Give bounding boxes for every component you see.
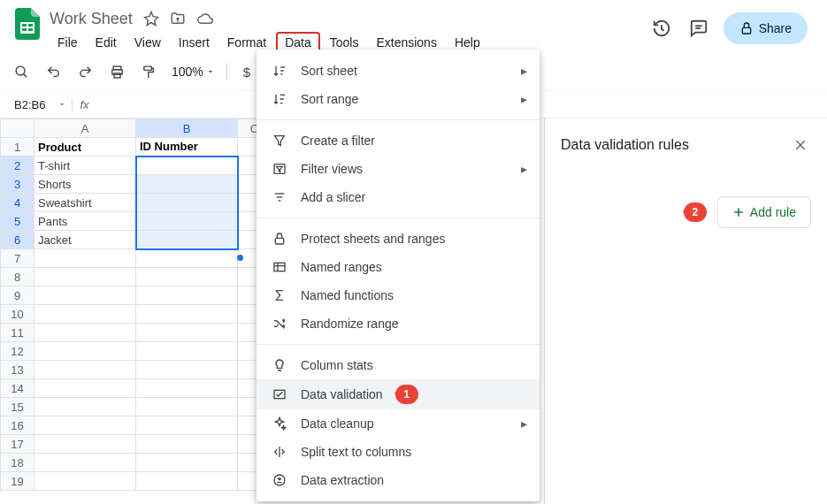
cell[interactable] (136, 472, 238, 491)
cell[interactable] (136, 157, 238, 175)
menu-sort-sheet[interactable]: Sort sheet ▸ (257, 57, 540, 85)
chevron-right-icon: ▸ (521, 162, 527, 176)
menu-add-slicer[interactable]: Add a slicer (257, 183, 540, 211)
row-header[interactable]: 2 (1, 157, 34, 175)
row-header[interactable]: 3 (1, 175, 34, 194)
cell[interactable] (136, 286, 238, 305)
menu-data-extraction[interactable]: Data extraction (257, 466, 540, 494)
row-header[interactable]: 8 (1, 268, 34, 286)
menu-column-stats[interactable]: Column stats (257, 351, 540, 379)
cell[interactable] (34, 435, 136, 454)
cell[interactable]: Shorts (34, 175, 136, 194)
row-header[interactable]: 14 (1, 379, 34, 398)
cell[interactable] (34, 324, 136, 342)
cell[interactable] (136, 249, 238, 268)
cell[interactable] (136, 379, 238, 398)
menu-split-text[interactable]: Split text to columns (257, 438, 540, 466)
cell[interactable] (136, 416, 238, 435)
cell[interactable] (34, 286, 136, 305)
history-icon[interactable] (649, 16, 674, 41)
select-all-corner[interactable] (1, 119, 34, 138)
name-box[interactable]: B2:B6 (7, 96, 52, 113)
menu-filter-views[interactable]: Filter views ▸ (257, 155, 540, 183)
row-header[interactable]: 9 (1, 286, 34, 305)
menu-randomize-range[interactable]: Randomize range (257, 309, 540, 338)
cell[interactable]: Jacket (34, 231, 136, 249)
move-folder-icon[interactable] (170, 11, 186, 27)
cell[interactable] (34, 305, 136, 324)
cell[interactable] (34, 379, 136, 398)
cell[interactable] (136, 212, 238, 231)
search-icon[interactable] (9, 60, 34, 83)
menu-named-ranges[interactable]: Named ranges (257, 253, 540, 281)
col-header-a[interactable]: A (34, 119, 136, 138)
cell[interactable] (34, 342, 136, 361)
cell[interactable] (136, 361, 238, 379)
cell[interactable] (136, 398, 238, 416)
cell[interactable] (136, 231, 238, 249)
cell[interactable] (136, 454, 238, 472)
share-button[interactable]: Share (724, 12, 808, 44)
undo-icon[interactable] (41, 60, 65, 83)
cell[interactable]: ID Number (136, 138, 238, 157)
row-header[interactable]: 1 (1, 138, 34, 157)
row-header[interactable]: 17 (1, 435, 34, 454)
zoom-dropdown[interactable]: 100% (168, 65, 219, 79)
menu-protect-sheets[interactable]: Protect sheets and ranges (257, 225, 540, 253)
redo-icon[interactable] (73, 60, 97, 83)
menu-data-validation[interactable]: Data validation 1 (257, 379, 540, 409)
cell[interactable]: Pants (34, 212, 136, 231)
cell[interactable]: Product (34, 138, 136, 157)
row-header[interactable]: 11 (1, 324, 34, 342)
row-header[interactable]: 6 (1, 231, 34, 249)
cell[interactable] (136, 324, 238, 342)
cell[interactable] (136, 175, 238, 194)
star-icon[interactable] (143, 11, 159, 27)
currency-format-button[interactable]: $ (234, 60, 259, 83)
chevron-down-icon[interactable] (57, 100, 66, 109)
cell[interactable] (34, 454, 136, 472)
sheets-logo[interactable] (11, 7, 44, 41)
row-header[interactable]: 15 (1, 398, 34, 416)
cell[interactable] (34, 416, 136, 435)
cell[interactable] (136, 268, 238, 286)
cell[interactable]: Sweatshirt (34, 194, 136, 212)
row-header[interactable]: 19 (1, 472, 34, 491)
print-icon[interactable] (104, 60, 129, 83)
col-header-b[interactable]: B (136, 119, 238, 138)
cloud-status-icon[interactable] (196, 11, 214, 27)
menu-named-functions[interactable]: Named functions (257, 281, 540, 309)
comments-icon[interactable] (686, 16, 711, 41)
menu-data-cleanup[interactable]: Data cleanup ▸ (257, 409, 540, 438)
cell[interactable]: T-shirt (34, 157, 136, 175)
menu-file[interactable]: File (50, 32, 86, 53)
menu-sort-range[interactable]: Sort range ▸ (257, 85, 540, 113)
cell[interactable] (136, 194, 238, 212)
row-header[interactable]: 18 (1, 454, 34, 472)
menu-edit[interactable]: Edit (88, 32, 125, 53)
cell[interactable] (136, 342, 238, 361)
selection-handle[interactable] (237, 255, 243, 261)
cell[interactable] (34, 268, 136, 286)
row-header[interactable]: 7 (1, 249, 34, 268)
cell[interactable] (34, 361, 136, 379)
cell[interactable] (136, 435, 238, 454)
row-header[interactable]: 10 (1, 305, 34, 324)
cell[interactable] (136, 305, 238, 324)
menu-view[interactable]: View (126, 32, 169, 53)
close-icon[interactable] (790, 134, 811, 156)
spreadsheet-grid[interactable]: A B C 1ProductID Number 2T-shirt 3Shorts… (0, 118, 272, 491)
add-rule-button[interactable]: Add rule (717, 196, 811, 228)
cell[interactable] (34, 249, 136, 268)
cell[interactable] (34, 398, 136, 416)
document-title[interactable]: Work Sheet (50, 10, 133, 28)
row-header[interactable]: 12 (1, 342, 34, 361)
menu-create-filter[interactable]: Create a filter (257, 126, 540, 155)
row-header[interactable]: 5 (1, 212, 34, 231)
row-header[interactable]: 16 (1, 416, 34, 435)
menu-insert[interactable]: Insert (171, 32, 218, 53)
cell[interactable] (34, 472, 136, 491)
paint-format-icon[interactable] (136, 60, 161, 83)
row-header[interactable]: 13 (1, 361, 34, 379)
row-header[interactable]: 4 (1, 194, 34, 212)
